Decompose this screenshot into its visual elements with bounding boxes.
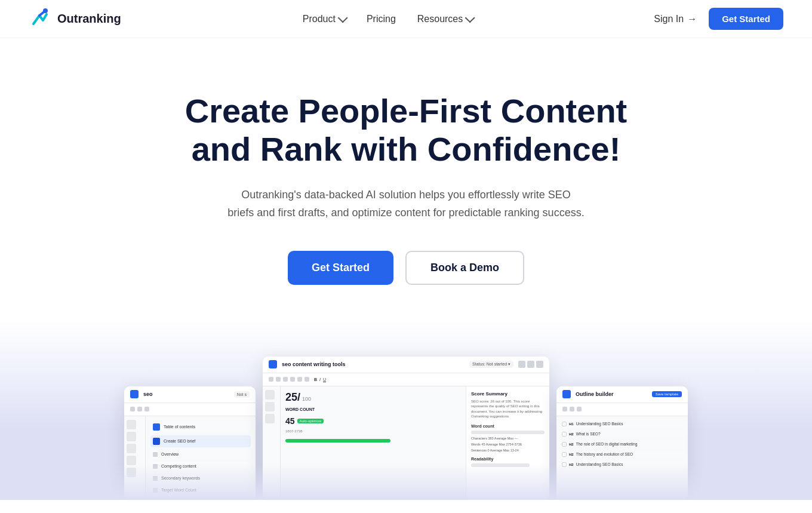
hero-cta: Get Started Book a Demo — [288, 251, 524, 285]
navbar: Outranking Product Pricing Resources Sig… — [0, 0, 812, 38]
nav-item-resources[interactable]: Resources — [417, 14, 472, 24]
outline-item-3: H2 The role of SEO in digital marketing — [560, 440, 684, 449]
logo-mini-icon — [130, 390, 139, 398]
right-screenshot-title: Outline builder — [576, 391, 647, 397]
hero-subtitle: Outranking's data-backed AI solution hel… — [227, 186, 585, 222]
outline-item-4: H2 The history and evolution of SEO — [560, 450, 684, 459]
doc-item-2: Create SEO brief — [150, 435, 251, 447]
arrow-right-icon: → — [687, 14, 697, 24]
logo-link[interactable]: Outranking — [29, 7, 121, 31]
left-screenshot-title: seo — [143, 391, 229, 397]
doc-item-1: Table of contents — [150, 421, 251, 433]
pricing-link[interactable]: Pricing — [367, 14, 396, 24]
save-template-button[interactable]: Save template — [652, 391, 682, 397]
nav-item-product[interactable]: Product — [303, 14, 345, 24]
hero-title: Create People-First Content and Rank wit… — [185, 92, 628, 169]
outline-item-2: H2 What is SEO? — [560, 430, 684, 438]
hero-section: Create People-First Content and Rank wit… — [0, 38, 812, 321]
screenshots-fade — [0, 464, 812, 500]
get-started-nav-button[interactable]: Get Started — [709, 8, 783, 30]
logo-text: Outranking — [57, 12, 121, 26]
nav-item-pricing[interactable]: Pricing — [367, 14, 396, 24]
nav-actions: Sign In → Get Started — [654, 8, 783, 30]
svg-point-0 — [43, 8, 48, 13]
screenshots-section: seo Not s — [0, 321, 812, 500]
product-link[interactable]: Product — [303, 14, 345, 24]
center-screenshot-title: seo content writing tools — [282, 361, 465, 367]
resources-link[interactable]: Resources — [417, 14, 472, 24]
doc-item-3: Overview — [150, 450, 251, 459]
sign-in-link[interactable]: Sign In → — [654, 14, 697, 24]
logo-icon — [29, 7, 53, 31]
book-demo-button[interactable]: Book a Demo — [405, 251, 524, 285]
get-started-hero-button[interactable]: Get Started — [288, 251, 393, 285]
outline-item-1: H1 Understanding SEO Basics — [560, 420, 684, 428]
chevron-down-icon — [465, 13, 475, 23]
chevron-down-icon — [338, 13, 348, 23]
nav-links: Product Pricing Resources — [303, 14, 473, 24]
